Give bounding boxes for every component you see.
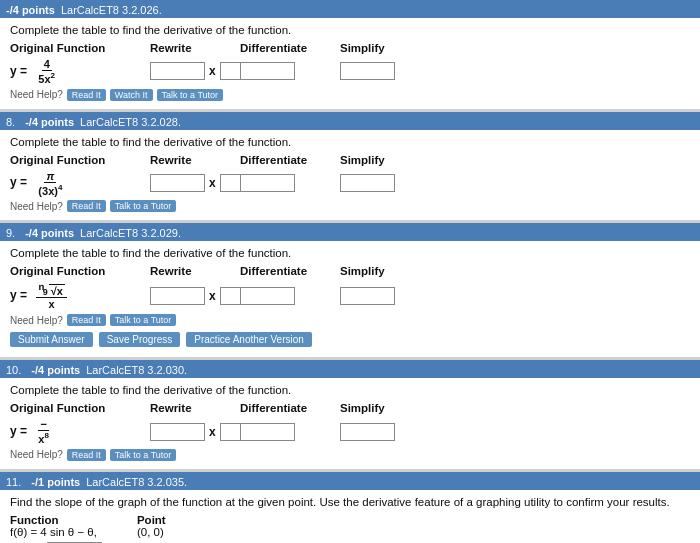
problem-10-read-btn[interactable]: Read It xyxy=(67,449,106,461)
col-header-rewrite-8: Rewrite xyxy=(150,154,240,166)
problem-8: 8. -/4 points LarCalcET8 3.2.028. Comple… xyxy=(0,112,700,221)
problem-10-differentiate xyxy=(240,423,340,441)
problem-11-point-col: Point (0, 0) xyxy=(137,514,166,538)
problem-8-source: LarCalcET8 3.2.028. xyxy=(80,116,181,128)
problem-9-instruction: Complete the table to find the derivativ… xyxy=(10,247,690,259)
problem-7-rewrite: x xyxy=(150,62,240,80)
problem-9-read-btn[interactable]: Read It xyxy=(67,314,106,326)
problem-7-differentiate xyxy=(240,62,340,80)
col-header-differentiate-10: Differentiate xyxy=(240,402,340,414)
problem-11-table: Function f(θ) = 4 sin θ − θ, Point (0, 0… xyxy=(10,514,690,538)
problem-8-differentiate-input[interactable] xyxy=(240,174,295,192)
problem-9-help: Need Help? Read It Talk to a Tutor xyxy=(10,314,690,326)
problem-7-simplify-input[interactable] xyxy=(340,62,395,80)
problem-7: -/4 points LarCalcET8 3.2.026. Complete … xyxy=(0,0,700,109)
problem-8-points: -/4 points xyxy=(25,116,74,128)
col-header-rewrite-10: Rewrite xyxy=(150,402,240,414)
problem-10-help: Need Help? Read It Talk to a Tutor xyxy=(10,449,690,461)
problem-10-differentiate-input[interactable] xyxy=(240,423,295,441)
problem-9-submit-row: Submit Answer Save Progress Practice Ano… xyxy=(10,332,690,347)
problem-9-function: y = ⁿ 9 √x x xyxy=(10,281,150,310)
col-header-original-9: Original Function xyxy=(10,265,150,277)
problem-11-instruction: Find the slope of the graph of the funct… xyxy=(10,496,690,508)
problem-10-simplify-input[interactable] xyxy=(340,423,395,441)
problem-10-rewrite: x xyxy=(150,423,240,441)
problem-7-rewrite-input[interactable] xyxy=(150,62,205,80)
problem-9-header: 9. -/4 points LarCalcET8 3.2.029. xyxy=(0,225,700,241)
problem-10-headers: Original Function Rewrite Differentiate … xyxy=(10,402,690,414)
col-header-original-10: Original Function xyxy=(10,402,150,414)
problem-8-instruction: Complete the table to find the derivativ… xyxy=(10,136,690,148)
problem-11-points: -/1 points xyxy=(31,476,80,488)
problem-9-differentiate xyxy=(240,287,340,305)
problem-7-differentiate-input[interactable] xyxy=(240,62,295,80)
col-header-simplify-9: Simplify xyxy=(340,265,420,277)
problem-11-func-header: Function xyxy=(10,514,97,526)
col-header-rewrite-9: Rewrite xyxy=(150,265,240,277)
problem-10-rewrite-input[interactable] xyxy=(150,423,205,441)
problem-7-function-row: y = 4 5x2 x xyxy=(10,58,690,85)
col-header-differentiate-8: Differentiate xyxy=(240,154,340,166)
problem-7-function: y = 4 5x2 xyxy=(10,58,150,85)
problem-11-func-value: f(θ) = 4 sin θ − θ, xyxy=(10,526,97,538)
problem-8-tutor-btn[interactable]: Talk to a Tutor xyxy=(110,200,177,212)
problem-11: 11. -/1 points LarCalcET8 3.2.035. Find … xyxy=(0,472,700,543)
problem-11-source: LarCalcET8 3.2.035. xyxy=(86,476,187,488)
problem-9-tutor-btn[interactable]: Talk to a Tutor xyxy=(110,314,177,326)
problem-10-simplify xyxy=(340,423,420,441)
problem-10: 10. -/4 points LarCalcET8 3.2.030. Compl… xyxy=(0,360,700,469)
problem-9-headers: Original Function Rewrite Differentiate … xyxy=(10,265,690,277)
problem-10-number: 10. xyxy=(6,364,21,376)
practice-button-9[interactable]: Practice Another Version xyxy=(186,332,312,347)
problem-11-func-col: Function f(θ) = 4 sin θ − θ, xyxy=(10,514,97,538)
problem-8-differentiate xyxy=(240,174,340,192)
problem-8-simplify-input[interactable] xyxy=(340,174,395,192)
problem-9-number: 9. xyxy=(6,227,15,239)
problem-11-point-header: Point xyxy=(137,514,166,526)
problem-7-read-btn[interactable]: Read It xyxy=(67,89,106,101)
problem-7-help: Need Help? Read It Watch It Talk to a Tu… xyxy=(10,89,690,101)
problem-7-points: -/4 points xyxy=(6,4,55,16)
col-header-simplify-10: Simplify xyxy=(340,402,420,414)
problem-7-headers: Original Function Rewrite Differentiate … xyxy=(10,42,690,54)
problem-8-simplify xyxy=(340,174,420,192)
problem-8-function: y = π (3x)4 xyxy=(10,170,150,197)
problem-9-source: LarCalcET8 3.2.029. xyxy=(80,227,181,239)
problem-11-header: 11. -/1 points LarCalcET8 3.2.035. xyxy=(0,474,700,490)
problem-10-points: -/4 points xyxy=(31,364,80,376)
problem-9: 9. -/4 points LarCalcET8 3.2.029. Comple… xyxy=(0,223,700,357)
problem-10-source: LarCalcET8 3.2.030. xyxy=(86,364,187,376)
col-header-simplify: Simplify xyxy=(340,42,420,54)
problem-7-simplify xyxy=(340,62,420,80)
col-header-rewrite: Rewrite xyxy=(150,42,240,54)
col-header-original-8: Original Function xyxy=(10,154,150,166)
col-header-differentiate: Differentiate xyxy=(240,42,340,54)
problem-7-watch-btn[interactable]: Watch It xyxy=(110,89,153,101)
problem-10-tutor-btn[interactable]: Talk to a Tutor xyxy=(110,449,177,461)
problem-9-points: -/4 points xyxy=(25,227,74,239)
problem-10-instruction: Complete the table to find the derivativ… xyxy=(10,384,690,396)
problem-9-function-row: y = ⁿ 9 √x x x xyxy=(10,281,690,310)
problem-9-simplify xyxy=(340,287,420,305)
problem-9-rewrite-input[interactable] xyxy=(150,287,205,305)
col-header-simplify-8: Simplify xyxy=(340,154,420,166)
col-header-differentiate-9: Differentiate xyxy=(240,265,340,277)
problem-9-rewrite: x xyxy=(150,287,240,305)
problem-10-function-row: y = − x8 x xyxy=(10,418,690,445)
problem-9-differentiate-input[interactable] xyxy=(240,287,295,305)
problem-7-instruction: Complete the table to find the derivativ… xyxy=(10,24,690,36)
submit-button-9[interactable]: Submit Answer xyxy=(10,332,93,347)
problem-7-tutor-btn[interactable]: Talk to a Tutor xyxy=(157,89,224,101)
problem-10-function: y = − x8 xyxy=(10,418,150,445)
problem-8-headers: Original Function Rewrite Differentiate … xyxy=(10,154,690,166)
problem-8-header: 8. -/4 points LarCalcET8 3.2.028. xyxy=(0,114,700,130)
problem-8-rewrite: x xyxy=(150,174,240,192)
problem-7-source: LarCalcET8 3.2.026. xyxy=(61,4,162,16)
problem-9-simplify-input[interactable] xyxy=(340,287,395,305)
problem-8-function-row: y = π (3x)4 x xyxy=(10,170,690,197)
save-button-9[interactable]: Save Progress xyxy=(99,332,181,347)
problem-8-rewrite-input[interactable] xyxy=(150,174,205,192)
problem-11-number: 11. xyxy=(6,476,21,488)
col-header-original: Original Function xyxy=(10,42,150,54)
problem-8-read-btn[interactable]: Read It xyxy=(67,200,106,212)
